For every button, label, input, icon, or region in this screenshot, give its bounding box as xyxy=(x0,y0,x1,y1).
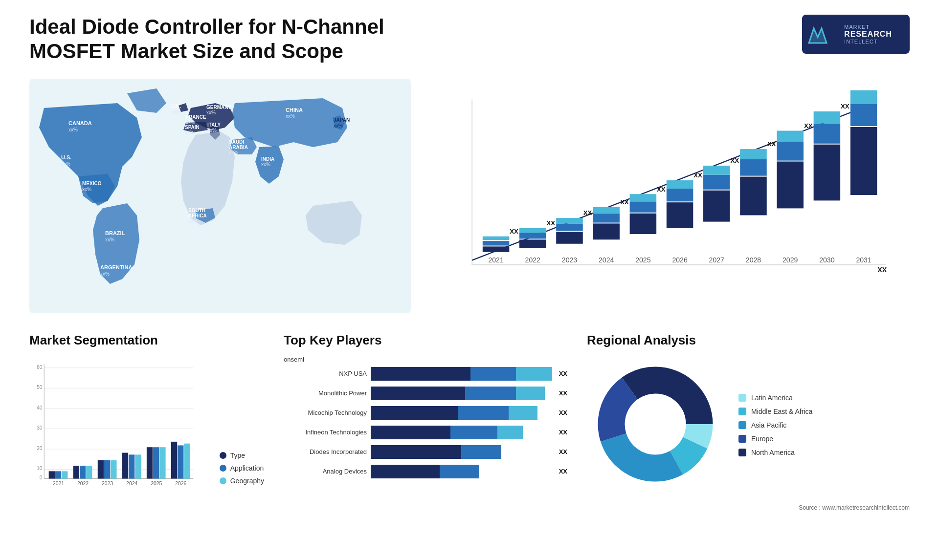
bar-seg3 xyxy=(497,426,523,439)
svg-text:xx%: xx% xyxy=(207,128,217,133)
svg-text:xx%: xx% xyxy=(82,187,91,192)
svg-text:2026: 2026 xyxy=(175,480,186,486)
svg-rect-131 xyxy=(178,445,183,478)
svg-text:xx%: xx% xyxy=(61,161,70,167)
application-color-dot xyxy=(220,465,226,472)
bar-seg3 xyxy=(516,367,552,381)
svg-rect-90 xyxy=(850,104,877,126)
svg-text:2028: 2028 xyxy=(746,256,761,264)
player-name-microchip: Micochip Technology xyxy=(284,409,367,416)
svg-rect-46 xyxy=(519,228,546,233)
svg-text:2027: 2027 xyxy=(709,256,725,264)
type-color-dot xyxy=(220,452,226,459)
svg-text:SAUDI: SAUDI xyxy=(229,139,244,145)
player-value-monolithic: XX xyxy=(559,389,567,397)
player-name-monolithic: Monolithic Power xyxy=(284,389,367,397)
svg-rect-81 xyxy=(777,130,804,142)
player-row-infineon: Infineon Technologies XX xyxy=(284,426,567,439)
player-value-analog: XX xyxy=(559,468,567,475)
svg-text:30: 30 xyxy=(37,425,43,431)
svg-text:2023: 2023 xyxy=(562,256,578,264)
bottom-section: Market Segmentation 60 50 40 30 20 10 0 xyxy=(29,333,910,511)
world-map-svg: CANADA xx% U.S. xx% MEXICO xx% BRAZIL xx… xyxy=(29,79,411,313)
svg-rect-54 xyxy=(593,223,620,239)
svg-text:2031: 2031 xyxy=(856,256,872,264)
player-bar-nxp xyxy=(371,367,552,381)
svg-text:JAPAN: JAPAN xyxy=(334,117,350,123)
svg-rect-60 xyxy=(630,201,657,213)
svg-text:2024: 2024 xyxy=(126,480,137,486)
logo-icon xyxy=(807,23,828,45)
svg-rect-65 xyxy=(667,189,693,201)
player-name-diodes: Diodes Incorporated xyxy=(284,448,367,455)
bar-seg3 xyxy=(516,387,545,400)
svg-text:0: 0 xyxy=(40,475,43,480)
svg-rect-86 xyxy=(814,111,841,123)
svg-text:MEXICO: MEXICO xyxy=(82,181,102,186)
bar-seg2 xyxy=(465,387,516,400)
svg-rect-122 xyxy=(122,452,128,478)
geography-color-dot xyxy=(220,477,226,484)
bar-seg2 xyxy=(461,445,501,459)
svg-text:2021: 2021 xyxy=(488,256,504,264)
svg-text:XX: XX xyxy=(510,228,518,235)
svg-text:ITALY: ITALY xyxy=(207,122,221,128)
logo-line1: MARKET xyxy=(844,24,870,30)
player-bar-infineon xyxy=(371,426,552,439)
header: Ideal Diode Controller for N-Channel MOS… xyxy=(29,15,910,64)
player-name-analog: Analog Devices xyxy=(284,468,367,475)
key-players-container: Top Key Players onsemi NXP USA XX Monoli… xyxy=(284,333,567,484)
svg-text:2024: 2024 xyxy=(599,256,614,264)
seg-bars-svg: 60 50 40 30 20 10 0 xyxy=(29,356,210,495)
donut-svg xyxy=(587,356,724,493)
donut-chart xyxy=(587,356,724,495)
svg-rect-79 xyxy=(777,161,804,208)
svg-text:50: 50 xyxy=(37,385,43,390)
svg-rect-91 xyxy=(850,90,877,104)
svg-rect-114 xyxy=(73,466,79,478)
svg-rect-84 xyxy=(814,145,841,201)
player-row-analog: Analog Devices XX xyxy=(284,465,567,478)
svg-text:SOUTH: SOUTH xyxy=(188,208,205,213)
onsemi-label: onsemi xyxy=(284,356,567,363)
latin-america-color xyxy=(738,394,746,402)
svg-rect-75 xyxy=(740,159,767,176)
player-row-microchip: Micochip Technology XX xyxy=(284,406,567,420)
bar-seg2 xyxy=(440,465,480,478)
svg-text:xx%: xx% xyxy=(229,150,238,155)
svg-rect-127 xyxy=(153,447,159,478)
svg-rect-55 xyxy=(593,214,620,223)
asia-pacific-color xyxy=(738,421,746,429)
svg-rect-64 xyxy=(667,202,693,228)
mea-label: Middle East & Africa xyxy=(751,408,812,415)
svg-text:XX: XX xyxy=(841,103,850,110)
svg-text:ARABIA: ARABIA xyxy=(229,145,248,150)
svg-text:U.S.: U.S. xyxy=(61,154,71,160)
player-name-infineon: Infineon Technologies xyxy=(284,429,367,436)
svg-rect-40 xyxy=(483,241,510,245)
bar-seg1 xyxy=(371,426,450,439)
seg-legend-type: Type xyxy=(220,452,264,459)
svg-text:2025: 2025 xyxy=(151,480,162,486)
player-bar-microchip xyxy=(371,406,552,420)
source-text: Source : www.marketresearchintellect.com xyxy=(587,504,910,511)
bar-seg2 xyxy=(470,367,516,381)
bar-seg2 xyxy=(450,426,497,439)
player-name-nxp: NXP USA xyxy=(284,370,367,377)
svg-rect-116 xyxy=(86,466,92,478)
svg-rect-85 xyxy=(814,123,841,143)
svg-text:AFRICA: AFRICA xyxy=(188,213,207,218)
svg-rect-118 xyxy=(98,460,104,478)
svg-text:2023: 2023 xyxy=(102,480,113,486)
svg-text:INDIA: INDIA xyxy=(261,156,274,162)
svg-rect-69 xyxy=(703,191,730,222)
player-row-monolithic: Monolithic Power XX xyxy=(284,387,567,400)
svg-text:XX: XX xyxy=(657,185,666,193)
svg-rect-89 xyxy=(850,127,877,195)
svg-text:XX: XX xyxy=(546,219,555,227)
svg-text:xx%: xx% xyxy=(334,123,343,129)
svg-text:xx%: xx% xyxy=(185,130,194,135)
svg-text:SPAIN: SPAIN xyxy=(185,125,200,130)
svg-text:xx%: xx% xyxy=(206,110,216,115)
bar-seg1 xyxy=(371,387,465,400)
